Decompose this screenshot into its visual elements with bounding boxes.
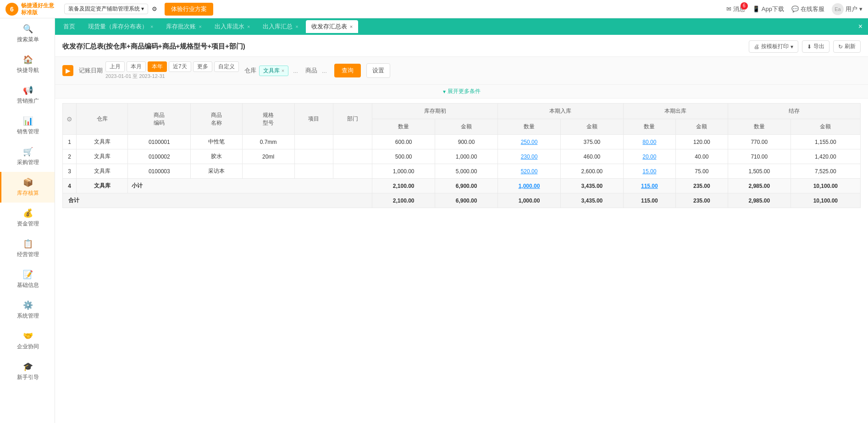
table-header-balance-qty: 数量	[728, 119, 791, 135]
subtotal-opening-qty: 2,100.00	[372, 179, 435, 193]
sales-icon: 📊	[23, 116, 33, 126]
date-range-display: 2023-01-01 至 2023-12-31	[105, 73, 239, 80]
system-icon: ⚙️	[23, 300, 33, 310]
filter-collapse-btn[interactable]: ▶	[62, 65, 73, 76]
tab-close-in-out-flow[interactable]: ×	[247, 24, 250, 29]
row-project	[294, 164, 333, 179]
subtotal-opening-amt: 6,900.00	[435, 179, 498, 193]
row-in-qty[interactable]: 230.00	[498, 149, 561, 164]
user-menu[interactable]: Ea 用户 ▾	[832, 3, 862, 15]
system-selector[interactable]: 装备及固定资产辅助管理系统 ▾	[64, 4, 148, 14]
sidebar-item-sales[interactable]: 📊 销售管理	[0, 110, 55, 141]
row-out-qty[interactable]: 20.00	[623, 149, 675, 164]
row-warehouse: 文具库	[77, 164, 128, 179]
tab-close-batch-ledger[interactable]: ×	[199, 24, 201, 29]
sidebar-item-operations[interactable]: 📋 经营管理	[0, 233, 55, 264]
row-department	[333, 149, 372, 164]
row-goods-name: 采访本	[191, 164, 242, 179]
sidebar-item-search[interactable]: 🔍 搜索菜单	[0, 18, 55, 49]
tab-in-out-summary[interactable]: 出入库汇总 ×	[257, 20, 304, 33]
row-out-qty[interactable]: 15.00	[623, 164, 675, 179]
sidebar-item-purchase[interactable]: 🛒 采购管理	[0, 141, 55, 172]
experience-btn[interactable]: 体验行业方案	[165, 3, 213, 16]
sidebar-item-finance[interactable]: 💰 资金管理	[0, 203, 55, 233]
date-btn-more[interactable]: 更多	[193, 61, 212, 72]
row-opening-amt: 900.00	[435, 135, 498, 149]
row-out-amt: 75.00	[675, 164, 728, 179]
sidebar-item-inventory[interactable]: 📦 库存核算	[0, 172, 55, 203]
setting-btn[interactable]: 设置	[366, 63, 390, 78]
tab-bar-close-btn[interactable]: ×	[855, 22, 866, 31]
table-header-goods-spec: 规格型号	[242, 104, 294, 135]
sidebar-item-marketing[interactable]: 📢 营销推广	[0, 80, 55, 110]
date-btn-last-month[interactable]: 上月	[105, 61, 125, 72]
row-goods-code: 0100001	[128, 135, 191, 149]
sidebar-item-enterprise[interactable]: 🤝 企业协同	[0, 325, 55, 356]
settings-icon-top[interactable]: ⚙	[152, 5, 161, 12]
logo-text: 畅捷通好生意 标准版	[21, 2, 54, 16]
table-row: 3 文具库 0100003 采访本 1,000.00 5,000.00 520.…	[63, 164, 861, 179]
warehouse-ellipsis[interactable]: ...	[291, 67, 300, 74]
row-balance-qty: 770.00	[728, 135, 791, 149]
tab-close-in-out-summary[interactable]: ×	[295, 24, 298, 29]
row-warehouse: 文具库	[77, 149, 128, 164]
row-in-amt: 460.00	[560, 149, 623, 164]
message-btn[interactable]: ✉ 消息 6	[726, 5, 745, 13]
tab-close-stock-distribution[interactable]: ×	[150, 24, 153, 29]
refresh-btn[interactable]: ↻ 刷新	[833, 40, 861, 53]
date-filter-group: 记账日期 上月 本月 本年 近7天 更多 自定义 2023-01-01 至 20…	[79, 61, 239, 80]
row-opening-qty: 600.00	[372, 135, 435, 149]
date-btn-custom[interactable]: 自定义	[214, 61, 239, 72]
row-balance-amt: 7,525.00	[791, 164, 860, 179]
row-goods-code: 0100003	[128, 164, 191, 179]
warehouse-tag-close[interactable]: ×	[282, 68, 284, 73]
subtotal-balance-amt: 10,100.00	[791, 179, 860, 193]
table-header-opening-amt: 金额	[435, 119, 498, 135]
sidebar-item-system[interactable]: ⚙️ 系统管理	[0, 295, 55, 325]
tab-in-out-flow[interactable]: 出入库流水 ×	[209, 20, 255, 33]
row-in-qty[interactable]: 250.00	[498, 135, 561, 149]
row-goods-spec: 0.7mm	[242, 135, 294, 149]
sidebar-item-guide[interactable]: 🎓 新手引导	[0, 356, 55, 387]
tab-batch-ledger[interactable]: 库存批次账 ×	[160, 20, 207, 33]
online-service-btn[interactable]: 💬 在线客服	[791, 5, 824, 13]
tab-receipt-summary[interactable]: 收发存汇总表 ×	[306, 20, 358, 33]
row-out-qty[interactable]: 80.00	[623, 135, 675, 149]
row-seq: 3	[63, 164, 77, 179]
subtotal-label: 小计	[128, 179, 372, 193]
subtotal-out-amt: 235.00	[675, 179, 728, 193]
sidebar-item-basic[interactable]: 📝 基础信息	[0, 264, 55, 295]
date-btn-7days[interactable]: 近7天	[169, 61, 191, 72]
tab-stock-distribution[interactable]: 现货量（库存分布表） ×	[83, 20, 159, 33]
print-btn[interactable]: 🖨 按模板打印 ▾	[749, 40, 798, 53]
subtotal-seq: 4	[63, 179, 77, 193]
filter-bar: ▶ 记账日期 上月 本月 本年 近7天 更多 自定义 2023-01-01 至 …	[55, 57, 868, 85]
app-download-btn[interactable]: 📱 App下载	[752, 5, 784, 13]
home-icon: 🏠	[23, 55, 33, 65]
tab-close-receipt-summary[interactable]: ×	[350, 24, 353, 29]
goods-ellipsis[interactable]: ...	[320, 67, 329, 74]
table-header-balance-amt: 金额	[791, 119, 860, 135]
tab-home[interactable]: 首页	[58, 20, 81, 33]
expand-more-btn[interactable]: ▾ 展开更多条件	[443, 88, 481, 95]
row-opening-amt: 5,000.00	[435, 164, 498, 179]
basic-icon: 📝	[23, 269, 33, 280]
subtotal-in-amt: 3,435.00	[560, 179, 623, 193]
row-project	[294, 135, 333, 149]
content-area: 首页 现货量（库存分布表） × 库存批次账 × 出入库流水 × 出入库汇总 × …	[55, 18, 868, 423]
export-btn[interactable]: ⬇ 导出	[802, 40, 829, 53]
enterprise-icon: 🤝	[23, 331, 33, 341]
table-row: 2 文具库 0100002 胶水 20ml 500.00 1,000.00 23…	[63, 149, 861, 164]
table-settings-btn[interactable]: ⚙	[66, 115, 72, 123]
subtotal-row: 4 文具库 小计 2,100.00 6,900.00 1,000.00 3,43…	[63, 179, 861, 193]
table-header-goods-name: 商品名称	[191, 104, 242, 135]
date-btn-this-month[interactable]: 本月	[127, 61, 146, 72]
warehouse-tag: 文具库 ×	[259, 66, 288, 76]
search-btn[interactable]: 查询	[334, 64, 361, 77]
warehouse-filter-group: 仓库 文具库 × ...	[244, 66, 300, 76]
table-header-in-amt: 金额	[560, 119, 623, 135]
row-in-qty[interactable]: 520.00	[498, 164, 561, 179]
date-btn-this-year[interactable]: 本年	[148, 61, 167, 72]
sidebar-item-quick-nav[interactable]: 🏠 快捷导航	[0, 49, 55, 80]
footer-label: 合计	[63, 193, 372, 208]
